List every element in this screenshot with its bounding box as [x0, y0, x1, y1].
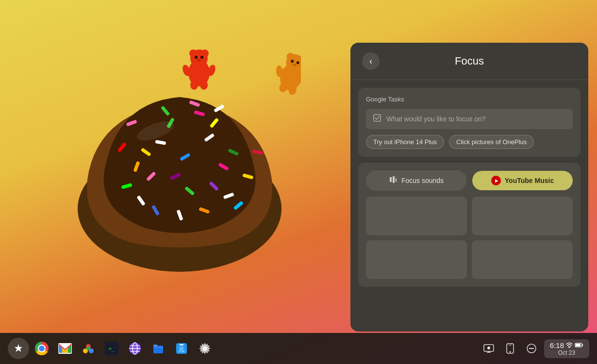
settings-icon[interactable]	[194, 338, 216, 359]
focus-header: ‹ Focus	[350, 43, 588, 80]
tor-browser-icon[interactable]	[124, 338, 146, 359]
task-chip-1[interactable]: Try out iPhone 14 Plus	[366, 135, 444, 149]
chrome-logo	[35, 342, 49, 355]
svg-rect-54	[393, 176, 395, 183]
focus-sounds-button[interactable]: Focus sounds	[366, 170, 466, 191]
screen-share-icon[interactable]	[480, 340, 498, 357]
youtube-music-label: YouTube Music	[505, 177, 554, 184]
tasks-label: Google Tasks	[366, 96, 573, 103]
focus-panel: ‹ Focus Google Tasks What would you like…	[350, 43, 588, 331]
terminal-logo: >_	[105, 342, 118, 355]
svg-point-34	[200, 80, 208, 90]
svg-rect-66	[153, 346, 163, 353]
task-input-icon	[373, 114, 381, 124]
media-placeholder-3	[366, 240, 467, 279]
back-button[interactable]: ‹	[362, 52, 380, 70]
focus-sounds-icon	[389, 175, 398, 186]
svg-rect-84	[582, 344, 583, 346]
taskbar-status-area: 6:18 Oct 23	[480, 339, 589, 358]
chrome-icon[interactable]	[31, 338, 52, 359]
photos-icon[interactable]	[78, 338, 99, 359]
svg-point-33	[190, 80, 198, 90]
do-not-disturb-icon[interactable]	[523, 340, 540, 357]
svg-point-31	[200, 56, 203, 59]
tasks-section: Google Tasks What would you like to focu…	[358, 88, 580, 157]
media-placeholder-2	[472, 197, 573, 235]
task-input-row[interactable]: What would you like to focus on?	[366, 109, 573, 129]
task-input-placeholder: What would you like to focus on?	[386, 115, 486, 123]
svg-rect-53	[390, 177, 392, 182]
media-placeholders	[366, 197, 573, 279]
svg-point-69	[180, 349, 182, 351]
svg-point-77	[509, 351, 511, 353]
media-placeholder-4	[472, 240, 573, 279]
svg-rect-55	[396, 178, 397, 182]
svg-rect-83	[576, 344, 580, 347]
launcher-button[interactable]	[8, 338, 29, 359]
svg-point-32	[197, 59, 201, 61]
files-icon[interactable]	[148, 338, 169, 359]
svg-point-81	[569, 347, 570, 348]
focus-sounds-label: Focus sounds	[401, 177, 444, 184]
media-buttons: Focus sounds YouTube Music	[366, 170, 573, 191]
clock-date: Oct 23	[558, 349, 575, 356]
phone-icon[interactable]	[501, 340, 519, 357]
youtube-music-icon	[491, 176, 501, 185]
svg-point-30	[195, 56, 198, 59]
youtube-music-button[interactable]: YouTube Music	[472, 171, 573, 190]
task-chip-2[interactable]: Click pictures of OnePlus	[449, 135, 534, 149]
svg-rect-52	[374, 115, 381, 121]
terminal-icon[interactable]: >_	[101, 338, 122, 359]
media-placeholder-1	[366, 197, 467, 235]
task-suggestions: Try out iPhone 14 Plus Click pictures of…	[366, 135, 573, 149]
focus-title: Focus	[380, 55, 577, 67]
svg-point-70	[182, 351, 184, 352]
taskbar: >_	[0, 333, 597, 364]
wallpaper-illustration	[39, 10, 320, 340]
clock-time: 6:18	[550, 341, 583, 349]
media-section: Focus sounds YouTube Music	[358, 163, 580, 287]
svg-rect-67	[153, 345, 157, 347]
battery-icon	[575, 342, 583, 348]
gmail-icon[interactable]	[54, 338, 76, 359]
svg-point-75	[487, 347, 490, 349]
lab-app-icon[interactable]	[171, 338, 192, 359]
focus-panel-content: Google Tasks What would you like to focu…	[350, 80, 588, 295]
svg-point-60	[86, 347, 90, 350]
wifi-icon	[566, 342, 573, 348]
datetime-display[interactable]: 6:18 Oct 23	[544, 339, 589, 358]
